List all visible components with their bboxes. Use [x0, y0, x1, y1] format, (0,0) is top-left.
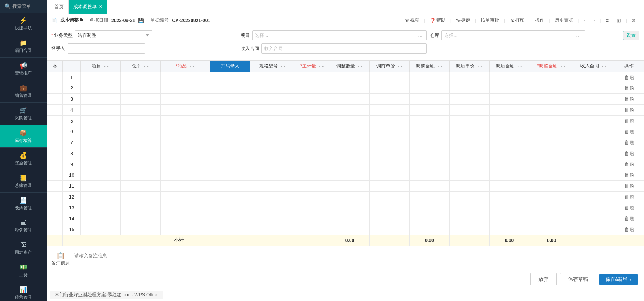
row-delete-icon[interactable]: 🗑: [624, 140, 629, 145]
row-project-cell[interactable]: [81, 148, 121, 159]
row-price-after-cell[interactable]: [449, 224, 489, 235]
row-product-cell[interactable]: [160, 181, 210, 192]
row-adj-amt-cell[interactable]: [529, 126, 574, 137]
row-spec-cell[interactable]: [250, 213, 295, 224]
sidebar-item-ledger-mgmt[interactable]: 📒总账管理: [0, 170, 47, 193]
row-delete-icon[interactable]: 🗑: [624, 129, 629, 135]
history-btn[interactable]: 历史票据: [552, 16, 576, 24]
row-product-cell[interactable]: [160, 159, 210, 170]
row-adj-amt-cell[interactable]: [529, 72, 574, 83]
row-product-cell[interactable]: [160, 213, 210, 224]
row-scan-cell[interactable]: [210, 83, 250, 94]
sidebar-item-inventory-calc[interactable]: 📦库存核算: [0, 125, 47, 148]
row-warehouse-cell[interactable]: [121, 83, 161, 94]
row-spec-cell[interactable]: [250, 116, 295, 126]
row-income-cell[interactable]: [574, 192, 614, 202]
sidebar-item-ops-mgmt[interactable]: 📊经营管理: [0, 282, 47, 301]
row-spec-cell[interactable]: [250, 126, 295, 137]
row-amt-before-cell[interactable]: [410, 170, 450, 181]
row-price-before-cell[interactable]: [370, 105, 410, 116]
row-amt-before-cell[interactable]: [410, 126, 450, 137]
row-price-after-cell[interactable]: [449, 202, 489, 213]
nav-prev-btn[interactable]: ‹: [581, 17, 589, 24]
row-adj-amt-cell[interactable]: [529, 202, 574, 213]
row-scan-cell[interactable]: [210, 72, 250, 83]
row-warehouse-cell[interactable]: [121, 159, 161, 170]
row-income-cell[interactable]: [574, 126, 614, 137]
row-adj-qty-cell[interactable]: [330, 202, 370, 213]
row-price-before-cell[interactable]: [370, 192, 410, 202]
row-income-cell[interactable]: [574, 159, 614, 170]
col-unit[interactable]: *主计量 ▲▼: [295, 61, 330, 72]
row-amt-after-cell[interactable]: [489, 224, 529, 235]
row-warehouse-cell[interactable]: [121, 213, 161, 224]
row-adj-qty-cell[interactable]: [330, 181, 370, 192]
row-spec-cell[interactable]: [250, 181, 295, 192]
row-unit-cell[interactable]: [295, 126, 330, 137]
row-price-after-cell[interactable]: [449, 148, 489, 159]
row-price-after-cell[interactable]: [449, 116, 489, 126]
row-project-cell[interactable]: [81, 170, 121, 181]
row-amt-before-cell[interactable]: [410, 181, 450, 192]
handler-select[interactable]: ...: [68, 43, 145, 54]
row-price-before-cell[interactable]: [370, 116, 410, 126]
col-amt-before[interactable]: 调前金额 ▲▼: [410, 61, 450, 72]
sidebar-item-salary[interactable]: 💵工资: [0, 259, 47, 282]
row-product-cell[interactable]: [160, 170, 210, 181]
row-scan-cell[interactable]: [210, 105, 250, 116]
row-product-cell[interactable]: [160, 224, 210, 235]
row-amt-after-cell[interactable]: [489, 181, 529, 192]
row-amt-before-cell[interactable]: [410, 137, 450, 148]
warehouse-select[interactable]: 选择... ...: [441, 30, 585, 40]
row-scan-cell[interactable]: [210, 137, 250, 148]
sidebar-search[interactable]: 🔍 搜索菜单: [0, 0, 47, 13]
row-adj-qty-cell[interactable]: [330, 137, 370, 148]
row-income-cell[interactable]: [574, 170, 614, 181]
sidebar-item-sales-mgmt[interactable]: 💼销售管理: [0, 80, 47, 103]
row-project-cell[interactable]: [81, 137, 121, 148]
row-unit-cell[interactable]: [295, 137, 330, 148]
row-income-cell[interactable]: [574, 213, 614, 224]
col-income-contract[interactable]: 收入合同 ▲▼: [574, 61, 614, 72]
row-delete-icon[interactable]: 🗑: [624, 150, 629, 156]
row-adj-amt-cell[interactable]: [529, 137, 574, 148]
row-scan-cell[interactable]: [210, 148, 250, 159]
warehouse-dots-btn[interactable]: ...: [575, 32, 582, 38]
row-copy-icon[interactable]: ⎘: [630, 107, 634, 113]
row-price-after-cell[interactable]: [449, 213, 489, 224]
sidebar-item-purchase-mgmt[interactable]: 🛒采购管理: [0, 103, 47, 125]
row-project-cell[interactable]: [81, 181, 121, 192]
row-copy-icon[interactable]: ⎘: [630, 129, 634, 135]
row-amt-after-cell[interactable]: [489, 137, 529, 148]
row-income-cell[interactable]: [574, 224, 614, 235]
row-amt-after-cell[interactable]: [489, 94, 529, 105]
row-spec-cell[interactable]: [250, 137, 295, 148]
row-scan-cell[interactable]: [210, 159, 250, 170]
row-adj-amt-cell[interactable]: [529, 148, 574, 159]
tab-home[interactable]: 首页: [50, 0, 69, 14]
row-adj-amt-cell[interactable]: [529, 94, 574, 105]
row-price-after-cell[interactable]: [449, 192, 489, 202]
row-amt-after-cell[interactable]: [489, 105, 529, 116]
row-amt-after-cell[interactable]: [489, 202, 529, 213]
project-select[interactable]: 选择... ...: [252, 30, 427, 40]
row-product-cell[interactable]: [160, 148, 210, 159]
col-price-before[interactable]: 调前单价 ▲▼: [370, 61, 410, 72]
discard-button[interactable]: 放弃: [530, 273, 557, 285]
row-price-before-cell[interactable]: [370, 170, 410, 181]
row-amt-after-cell[interactable]: [489, 192, 529, 202]
taskbar-wps-item[interactable]: 木门行业好业财处理方案-墨红红.doc - WPS Office: [50, 291, 163, 299]
row-unit-cell[interactable]: [295, 116, 330, 126]
row-adj-amt-cell[interactable]: [529, 181, 574, 192]
row-delete-icon[interactable]: 🗑: [624, 172, 629, 178]
row-copy-icon[interactable]: ⎘: [630, 172, 634, 178]
row-delete-icon[interactable]: 🗑: [624, 227, 629, 232]
tab-close-btn[interactable]: ✕: [99, 4, 102, 9]
row-unit-cell[interactable]: [295, 224, 330, 235]
row-copy-icon[interactable]: ⎘: [630, 118, 634, 124]
row-delete-icon[interactable]: 🗑: [624, 183, 629, 189]
row-delete-icon[interactable]: 🗑: [624, 74, 629, 80]
row-warehouse-cell[interactable]: [121, 137, 161, 148]
row-amt-after-cell[interactable]: [489, 72, 529, 83]
row-income-cell[interactable]: [574, 148, 614, 159]
